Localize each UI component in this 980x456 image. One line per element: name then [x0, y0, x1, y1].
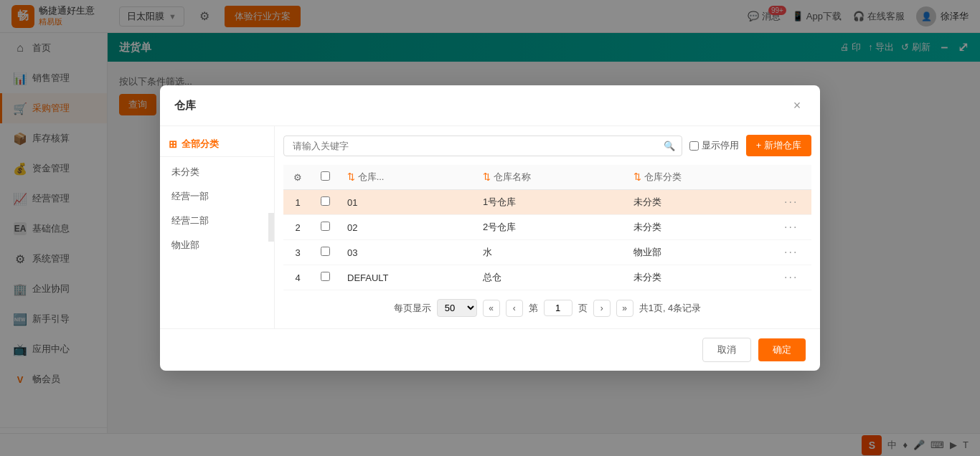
- row-category: 未分类: [625, 190, 776, 215]
- col-name: ⇅ 仓库名称: [474, 165, 625, 190]
- more-actions-button[interactable]: ···: [784, 246, 798, 258]
- row-checkbox[interactable]: [312, 190, 339, 215]
- row-num: 3: [283, 240, 312, 265]
- last-page-button[interactable]: »: [616, 300, 633, 317]
- row-checkbox[interactable]: [312, 215, 339, 240]
- col-code: ⇅ 仓库...: [339, 165, 474, 190]
- disabled-checkbox-input[interactable]: [689, 141, 699, 151]
- row-checkbox[interactable]: [312, 240, 339, 265]
- row-name: 总仓: [474, 265, 625, 290]
- warehouse-modal: 仓库 × ⊞ 全部分类 未分类 经营一部 经营二部 物业部 《: [160, 85, 820, 371]
- table-header-row: ⚙ ⇅ 仓库... ⇅ 仓库名称: [283, 165, 811, 190]
- row-num: 2: [283, 215, 312, 240]
- per-page-select[interactable]: 50 20 100: [437, 299, 477, 317]
- row-name: 水: [474, 240, 625, 265]
- confirm-button[interactable]: 确定: [758, 338, 806, 361]
- category-panel: ⊞ 全部分类 未分类 经营一部 经营二部 物业部 《: [160, 126, 275, 328]
- row-name: 1号仓库: [474, 190, 625, 215]
- row-num: 4: [283, 265, 312, 290]
- row-code: 03: [339, 240, 474, 265]
- show-disabled-label: 显示停用: [702, 139, 739, 152]
- table-row[interactable]: 3 03 水 物业部 ···: [283, 240, 811, 265]
- collapse-panel-button[interactable]: 《: [268, 213, 275, 242]
- search-input-wrap: 🔍: [283, 136, 682, 156]
- col-settings: ⚙: [283, 165, 312, 190]
- page-unit: 页: [578, 302, 588, 315]
- row-code: 02: [339, 215, 474, 240]
- total-records-label: 共1页, 4条记录: [639, 302, 702, 315]
- prev-page-button[interactable]: ‹: [506, 300, 523, 317]
- row-category: 物业部: [625, 240, 776, 265]
- table-panel: 🔍 显示停用 + 新增仓库 ⚙: [275, 126, 820, 328]
- sort-icon-name: ⇅: [483, 171, 491, 182]
- show-disabled-checkbox[interactable]: 显示停用: [689, 139, 739, 152]
- sort-icon-cat: ⇅: [633, 171, 641, 182]
- table-row[interactable]: 2 02 2号仓库 未分类 ···: [283, 215, 811, 240]
- row-name: 2号仓库: [474, 215, 625, 240]
- row-num: 1: [283, 190, 312, 215]
- next-page-button[interactable]: ›: [593, 300, 611, 317]
- per-page-label: 每页显示: [394, 302, 431, 315]
- row-category: 未分类: [625, 215, 776, 240]
- first-page-button[interactable]: «: [483, 300, 500, 317]
- warehouse-table: ⚙ ⇅ 仓库... ⇅ 仓库名称: [283, 165, 811, 290]
- more-actions-button[interactable]: ···: [784, 271, 798, 283]
- row-actions[interactable]: ···: [776, 265, 811, 290]
- table-toolbar: 🔍 显示停用 + 新增仓库: [283, 135, 811, 156]
- grid-icon: ⊞: [169, 138, 177, 150]
- category-uncategorized[interactable]: 未分类: [160, 160, 274, 184]
- row-code: 01: [339, 190, 474, 215]
- category-dept2[interactable]: 经营二部: [160, 209, 274, 233]
- modal-close-button[interactable]: ×: [788, 97, 806, 114]
- row-checkbox[interactable]: [312, 265, 339, 290]
- page-label: 第: [529, 302, 538, 315]
- col-checkbox: [312, 165, 339, 190]
- table-row[interactable]: 1 01 1号仓库 未分类 ···: [283, 190, 811, 215]
- row-actions[interactable]: ···: [776, 215, 811, 240]
- category-property[interactable]: 物业部: [160, 233, 274, 257]
- row-actions[interactable]: ···: [776, 240, 811, 265]
- row-category: 未分类: [625, 265, 776, 290]
- modal-title: 仓库: [174, 99, 196, 113]
- add-warehouse-button[interactable]: + 新增仓库: [746, 135, 811, 156]
- col-category: ⇅ 仓库分类: [625, 165, 776, 190]
- modal-overlay: 仓库 × ⊞ 全部分类 未分类 经营一部 经营二部 物业部 《: [0, 0, 980, 456]
- all-categories-header[interactable]: ⊞ 全部分类: [160, 132, 274, 157]
- table-row[interactable]: 4 DEFAULT 总仓 未分类 ···: [283, 265, 811, 290]
- table-scroll: ⚙ ⇅ 仓库... ⇅ 仓库名称: [283, 165, 811, 290]
- row-actions[interactable]: ···: [776, 190, 811, 215]
- more-actions-button[interactable]: ···: [784, 221, 798, 233]
- search-icon[interactable]: 🔍: [664, 141, 675, 151]
- search-input[interactable]: [283, 136, 682, 156]
- row-code: DEFAULT: [339, 265, 474, 290]
- sort-icon: ⇅: [347, 171, 355, 182]
- modal-footer: 取消 确定: [160, 328, 820, 371]
- col-action: [776, 165, 811, 190]
- page-number-input[interactable]: [544, 300, 573, 316]
- category-dept1[interactable]: 经营一部: [160, 184, 274, 209]
- cancel-button[interactable]: 取消: [702, 338, 751, 362]
- more-actions-button[interactable]: ···: [784, 196, 798, 208]
- select-all-checkbox[interactable]: [321, 171, 330, 181]
- modal-body: ⊞ 全部分类 未分类 经营一部 经营二部 物业部 《 🔍: [160, 126, 820, 328]
- modal-header: 仓库 ×: [160, 85, 820, 126]
- pagination-bar: 每页显示 50 20 100 « ‹ 第 页 › » 共1页, 4条记录: [283, 290, 811, 320]
- all-categories-label: 全部分类: [182, 138, 219, 151]
